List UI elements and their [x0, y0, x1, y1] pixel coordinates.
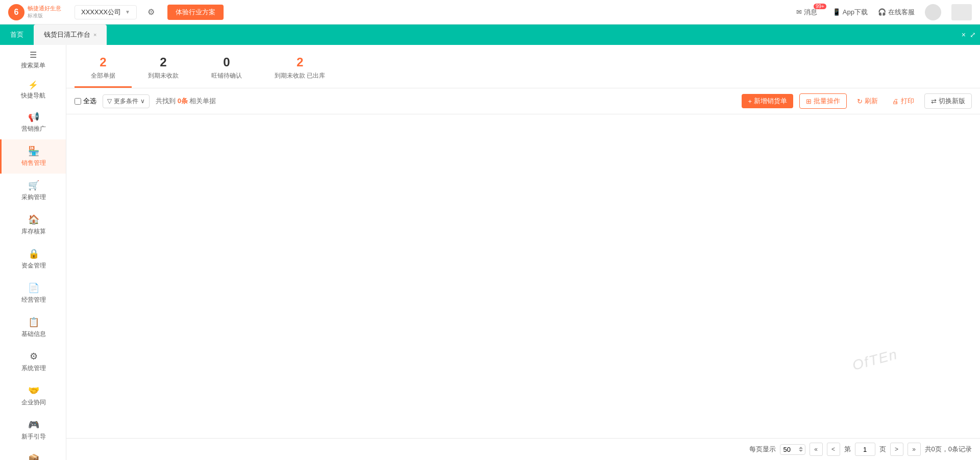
print-icon: 🖨	[892, 98, 899, 105]
sidebar-item-app-center[interactable]: 📦 应用中心	[0, 447, 66, 460]
page-label: 第	[844, 445, 851, 454]
trial-button[interactable]: 体验行业方案	[167, 5, 224, 20]
page-number-input[interactable]	[855, 443, 875, 456]
stat-tab-overdue[interactable]: 2 到期未收款	[132, 51, 195, 88]
stat-num-overdue: 2	[160, 55, 166, 69]
filter-arrow-icon: ∨	[140, 98, 145, 105]
select-all-checkbox[interactable]	[75, 98, 81, 105]
sidebar-item-basic-info[interactable]: 📋 基础信息	[0, 310, 66, 345]
last-page-button[interactable]: »	[908, 443, 921, 456]
system-label: 系统管理	[21, 364, 46, 373]
stats-tabs: 2 全部单据 2 到期未收款 0 旺铺待确认 2 到期未收款 已出库	[66, 45, 980, 88]
quick-nav-label: 快捷导航	[21, 91, 45, 100]
toolbar-right: + 新增销货单 ⊞ 批量操作 ↻ 刷新 🖨 打印 ⇄ 切换新版	[742, 93, 972, 109]
pagination-summary: 共0页，0条记录	[925, 445, 972, 454]
basic-info-label: 基础信息	[21, 330, 46, 338]
messages-button[interactable]: ✉ 消息 99+	[791, 8, 822, 17]
sidebar-item-purchase[interactable]: 🛒 采购管理	[0, 174, 66, 208]
enterprise-icon: 🤝	[28, 385, 39, 396]
switch-icon: ⇄	[931, 98, 937, 105]
filter-button[interactable]: ▽ 更多条件 ∨	[103, 94, 150, 108]
filter-icon: ▽	[107, 98, 112, 105]
stat-label-all: 全部单据	[91, 71, 115, 80]
stat-num-all: 2	[100, 55, 106, 69]
sidebar: ☰ 搜索菜单 ⚡ 快捷导航 📢 营销推广 🏪 销售管理 🛒 采购管理 🏠 库存核…	[0, 45, 66, 460]
service-icon: 🎧	[878, 8, 886, 16]
found-text: 共找到 0条 相关单据	[156, 96, 216, 106]
sidebar-item-system[interactable]: ⚙ 系统管理	[0, 345, 66, 379]
marketing-icon: 📢	[28, 111, 39, 123]
top-header: 6 畅捷通好生意 标准版 XXXXXX公司 ▼ ⚙ 体验行业方案 ✉ 消息 99…	[0, 0, 980, 25]
inventory-icon: 🏠	[28, 214, 39, 225]
search-menu-label: 搜索菜单	[21, 61, 45, 70]
search-menu-icon: ☰	[30, 50, 37, 60]
settings-button[interactable]: ⚙	[143, 4, 159, 20]
quick-nav-icon: ⚡	[28, 80, 38, 90]
per-page-label: 每页显示	[749, 445, 776, 454]
stat-num-shipped: 2	[297, 55, 303, 69]
app-badge: 标准版	[28, 12, 61, 19]
system-icon: ⚙	[30, 351, 38, 362]
found-count: 0条	[178, 97, 188, 105]
main-layout: ☰ 搜索菜单 ⚡ 快捷导航 📢 营销推广 🏪 销售管理 🛒 采购管理 🏠 库存核…	[0, 45, 980, 460]
app-download-button[interactable]: 📱 App下载	[832, 8, 868, 17]
tab-close-all-icon[interactable]: ×	[962, 31, 966, 39]
next-page-button[interactable]: >	[890, 443, 903, 456]
sidebar-item-beginner[interactable]: 🎮 新手引导	[0, 413, 66, 447]
tab-work-bench[interactable]: 钱货日清工作台 ×	[34, 25, 107, 45]
first-page-button[interactable]: «	[810, 443, 823, 456]
page-suffix: 页	[879, 445, 886, 454]
operations-label: 经营管理	[21, 296, 46, 304]
batch-icon: ⊞	[806, 98, 812, 105]
company-selector[interactable]: XXXXXX公司 ▼	[75, 5, 137, 19]
sidebar-item-operations[interactable]: 📄 经营管理	[0, 276, 66, 310]
select-all-area[interactable]: 全选	[75, 96, 96, 106]
sidebar-item-finance[interactable]: 🔒 资金管理	[0, 242, 66, 276]
logo-area: 6 畅捷通好生意 标准版	[8, 4, 75, 20]
app-download-label: App下载	[843, 8, 868, 17]
print-button[interactable]: 🖨 打印	[888, 94, 918, 108]
online-service-label: 在线客服	[888, 8, 915, 17]
stat-tab-pending[interactable]: 0 旺铺待确认	[195, 51, 258, 88]
sidebar-item-inventory[interactable]: 🏠 库存核算	[0, 208, 66, 242]
refresh-label: 刷新	[865, 96, 878, 106]
tab-fullscreen-icon[interactable]: ⤢	[970, 31, 976, 39]
finance-label: 资金管理	[21, 261, 46, 270]
operations-icon: 📄	[28, 282, 39, 294]
add-icon: +	[748, 98, 752, 105]
batch-operation-button[interactable]: ⊞ 批量操作	[799, 93, 847, 109]
prev-page-button[interactable]: <	[827, 443, 840, 456]
sidebar-item-quick-nav[interactable]: ⚡ 快捷导航	[0, 75, 66, 105]
beginner-icon: 🎮	[28, 419, 39, 430]
header-right: ✉ 消息 99+ 📱 App下载 🎧 在线客服	[791, 4, 972, 20]
purchase-icon: 🛒	[28, 180, 39, 191]
download-icon: 📱	[832, 8, 841, 16]
logo-icon: 6	[8, 4, 24, 20]
stat-tab-shipped[interactable]: 2 到期未收款 已出库	[258, 51, 341, 88]
online-service-button[interactable]: 🎧 在线客服	[878, 8, 915, 17]
tab-close-icon[interactable]: ×	[93, 32, 96, 38]
avatar[interactable]	[925, 4, 941, 20]
refresh-button[interactable]: ↻ 刷新	[853, 94, 882, 108]
sidebar-item-enterprise[interactable]: 🤝 企业协同	[0, 379, 66, 413]
basic-info-icon: 📋	[28, 317, 39, 328]
switch-version-button[interactable]: ⇄ 切换新版	[924, 93, 972, 109]
add-btn-label: 新增销货单	[754, 96, 787, 106]
switch-label: 切换新版	[939, 96, 965, 106]
stat-tab-all[interactable]: 2 全部单据	[75, 51, 132, 88]
select-all-label: 全选	[83, 96, 96, 106]
sales-icon: 🏪	[28, 146, 39, 157]
logo-text-block: 畅捷通好生意 标准版	[28, 5, 61, 19]
tab-home[interactable]: 首页	[0, 25, 34, 45]
enterprise-label: 企业协同	[21, 398, 46, 407]
sidebar-item-search-menu[interactable]: ☰ 搜索菜单	[0, 45, 66, 75]
tab-bar-right: × ⤢	[962, 31, 980, 39]
add-sales-order-button[interactable]: + 新增销货单	[742, 94, 793, 108]
sidebar-item-marketing[interactable]: 📢 营销推广	[0, 105, 66, 139]
per-page-select[interactable]: 50 100 200	[780, 444, 805, 455]
marketing-label: 营销推广	[21, 125, 46, 133]
sidebar-item-sales[interactable]: 🏪 销售管理	[0, 139, 66, 174]
user-name-area	[951, 4, 972, 20]
filter-label: 更多条件	[114, 97, 138, 106]
tab-active-label: 钱货日清工作台	[44, 30, 90, 39]
